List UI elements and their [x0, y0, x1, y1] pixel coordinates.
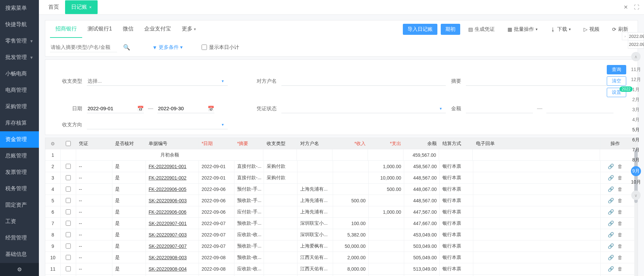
link-icon[interactable]: 🔗	[608, 220, 614, 226]
col-balance[interactable]: 余额	[404, 138, 440, 149]
link-icon[interactable]: 🔗	[608, 186, 614, 192]
date-to-input[interactable]	[157, 104, 214, 113]
bank-tab[interactable]: 测试银行1	[82, 21, 117, 38]
col-party[interactable]: 对方户名	[298, 138, 333, 149]
doc-link[interactable]: FK-20220901-002	[149, 175, 186, 181]
period-button[interactable]: 期初	[441, 24, 460, 35]
bank-tab[interactable]: 招商银行	[50, 21, 82, 38]
page-tab[interactable]: 首页	[42, 0, 65, 14]
row-checkbox[interactable]	[66, 232, 71, 237]
batch-ops-button[interactable]: ▦批量操作▾	[503, 24, 542, 35]
doc-link[interactable]: SK-20220908-004	[149, 266, 187, 272]
table-row[interactable]: 2--是FK-20220901-0012022-09-01直接付款-...采购付…	[45, 161, 638, 172]
direction-select[interactable]	[87, 120, 228, 129]
calendar-icon[interactable]: 📅	[208, 106, 214, 112]
gear-icon[interactable]: ⚙	[51, 141, 55, 146]
doc-link[interactable]: SK-20220907-007	[149, 244, 187, 249]
video-button[interactable]: ▷视频	[579, 24, 604, 35]
delete-icon[interactable]: 🗑	[618, 243, 623, 249]
month-item[interactable]: 5月	[628, 125, 644, 135]
search-icon[interactable]: 🔍	[123, 44, 130, 51]
month-item[interactable]: 9月	[631, 166, 641, 176]
close-all-icon[interactable]: ✕	[622, 3, 629, 12]
delete-icon[interactable]: 🗑	[618, 266, 623, 272]
fullscreen-icon[interactable]: ⛶	[633, 3, 641, 12]
sidebar-item[interactable]: 资金管理	[0, 131, 39, 148]
import-journal-button[interactable]: 导入日记账	[403, 24, 437, 35]
doc-link[interactable]: SK-20220906-003	[149, 198, 187, 203]
page-tab[interactable]: 日记账×	[65, 0, 98, 14]
delete-icon[interactable]: 🗑	[618, 163, 623, 169]
summary-input[interactable]	[466, 76, 607, 86]
row-checkbox[interactable]	[66, 198, 71, 203]
sidebar-item[interactable]: 经营管理	[0, 230, 39, 246]
col-ereceipt[interactable]: 电子回单	[473, 138, 601, 149]
gear-icon[interactable]: ⚙	[17, 267, 22, 272]
show-today-checkbox[interactable]	[202, 45, 207, 50]
sidebar-item[interactable]: 电商管理	[0, 82, 39, 98]
link-icon[interactable]: 🔗	[608, 163, 614, 169]
delete-icon[interactable]: 🗑	[618, 186, 623, 192]
col-settle[interactable]: 结算方式	[440, 138, 473, 149]
select-all-checkbox[interactable]	[66, 141, 71, 146]
col-income[interactable]: *收入	[333, 138, 369, 149]
voucher-status-select[interactable]	[281, 104, 446, 113]
delete-icon[interactable]: 🗑	[618, 209, 623, 215]
doc-link[interactable]: FK-20220901-001	[149, 164, 186, 169]
link-icon[interactable]: 🔗	[608, 255, 614, 261]
table-row[interactable]: 8--是SK-20220907-0032022-09-07应收款-收...深圳联…	[45, 229, 638, 240]
month-item[interactable]: 4月	[628, 115, 644, 125]
amount-to-input[interactable]	[546, 104, 613, 113]
link-icon[interactable]: 🔗	[608, 198, 614, 204]
sidebar-item[interactable]: 税务管理	[0, 181, 39, 197]
table-row[interactable]: 3--是FK-20220901-0022022-09-01直接付款-...采购付…	[45, 172, 638, 184]
scroll-down-button[interactable]: ∨	[631, 191, 641, 200]
amount-from-input[interactable]	[466, 104, 533, 113]
sidebar-item[interactable]: 小畅电商	[0, 66, 39, 82]
doc-link[interactable]: SK-20220907-001	[149, 221, 187, 226]
delete-icon[interactable]: 🗑	[618, 255, 623, 260]
table-row[interactable]: 11--是SK-20220908-0042022-09-08应收款-收...江西…	[45, 263, 638, 275]
doc-link[interactable]: SK-20220908-003	[149, 255, 187, 260]
link-icon[interactable]: 🔗	[608, 243, 614, 249]
more-conditions-toggle[interactable]: ▼更多条件▾	[152, 44, 183, 51]
delete-icon[interactable]: 🗑	[618, 198, 623, 203]
doc-link[interactable]: FK-20220906-005	[149, 187, 186, 192]
chevron-down-icon[interactable]: ▾	[440, 106, 442, 111]
sidebar-item[interactable]: 总账管理	[0, 148, 39, 164]
gen-voucher-button[interactable]: ▤生成凭证	[464, 24, 499, 35]
col-checked[interactable]: 是否核对	[112, 138, 146, 149]
bank-tab[interactable]: 企业支付宝	[139, 21, 176, 38]
delete-icon[interactable]: 🗑	[618, 220, 623, 226]
table-row[interactable]: 10--是SK-20220908-0032022-09-08预收款-收...江西…	[45, 252, 638, 263]
sidebar-item[interactable]: 库存核算	[0, 115, 39, 131]
month-item[interactable]: 11月	[628, 65, 644, 75]
table-row[interactable]: 12--是FK-20220908-0012022-09-08预付款-手...江西…	[45, 275, 638, 276]
delete-icon[interactable]: 🗑	[618, 232, 623, 237]
month-item[interactable]: 7月	[628, 145, 644, 155]
row-checkbox[interactable]	[66, 187, 71, 192]
col-docno[interactable]: 单据编号	[146, 138, 199, 149]
rail-collapse-button[interactable]: ›	[622, 32, 628, 40]
bank-tab[interactable]: 微信	[117, 21, 139, 38]
chevron-down-icon[interactable]: ▾	[222, 79, 224, 83]
row-checkbox[interactable]	[66, 255, 71, 260]
month-item[interactable]: 2月	[628, 95, 644, 105]
table-row[interactable]: 7--是SK-20220907-0012022-09-07预收款-手...深圳联…	[45, 218, 638, 229]
row-checkbox[interactable]	[66, 244, 71, 249]
row-checkbox[interactable]	[66, 221, 71, 226]
link-icon[interactable]: 🔗	[608, 232, 614, 238]
year-tag[interactable]: 2022.09	[628, 32, 644, 40]
link-icon[interactable]: 🔗	[608, 209, 614, 215]
show-today-subtotal[interactable]: 显示本日小计	[202, 44, 239, 51]
col-type[interactable]: 收支类型	[264, 138, 298, 149]
clear-button[interactable]: 清空	[607, 76, 626, 86]
query-button[interactable]: 查询	[607, 65, 626, 74]
close-icon[interactable]: ×	[89, 5, 92, 10]
table-row[interactable]: 5--是SK-20220906-0032022-09-06预收款-手...上海先…	[45, 195, 638, 206]
link-icon[interactable]: 🔗	[608, 175, 614, 181]
doc-link[interactable]: FK-20220906-006	[149, 209, 186, 215]
month-item[interactable]: 6月	[628, 135, 644, 145]
sidebar-item[interactable]: 固定资产	[0, 197, 39, 213]
sidebar-item[interactable]: 批发管理▼	[0, 49, 39, 66]
